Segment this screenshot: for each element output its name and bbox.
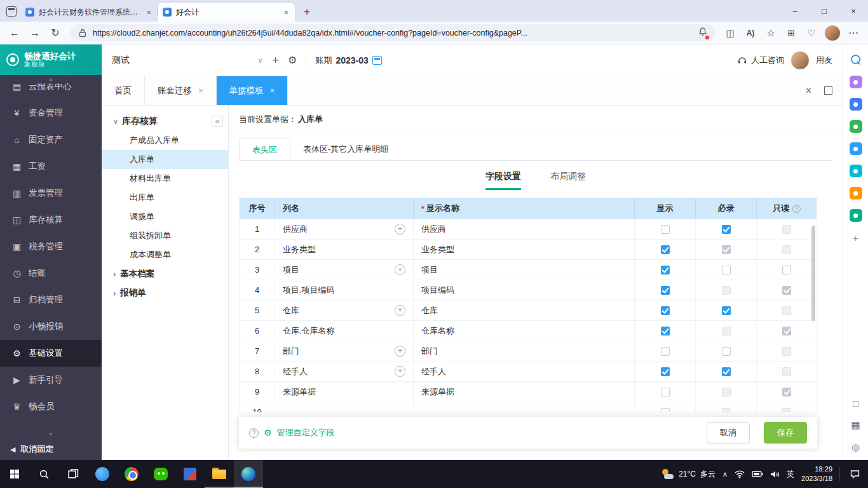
sidebar-item[interactable]: ◫ 库存核算 <box>0 207 102 233</box>
close-window-button[interactable]: × <box>839 0 868 22</box>
page-tab-close-icon[interactable]: × <box>270 86 275 95</box>
show-checkbox[interactable] <box>661 266 670 274</box>
cell-display-name[interactable]: 项目 <box>414 260 635 280</box>
close-all-tabs-icon[interactable]: × <box>806 85 811 97</box>
rail-alert-icon[interactable] <box>850 187 862 200</box>
cell-display-name[interactable]: 仓库 <box>414 301 635 320</box>
sidebar-scroll-down-icon[interactable]: ▼ <box>0 430 102 438</box>
tree-item[interactable]: 成本调整单 <box>102 245 228 264</box>
show-checkbox[interactable] <box>661 245 670 254</box>
minimize-button[interactable]: – <box>780 0 810 22</box>
user-avatar[interactable] <box>790 51 810 70</box>
user-name[interactable]: 用友 <box>816 55 832 66</box>
required-checkbox[interactable] <box>722 388 731 396</box>
page-tab[interactable]: 单据模板 × <box>217 76 288 105</box>
required-checkbox[interactable] <box>722 286 731 295</box>
cell-display-name[interactable]: 部门 <box>414 341 635 361</box>
tree-item[interactable]: 调拨单 <box>102 207 228 226</box>
favorites-star-icon[interactable]: ☆ <box>761 24 780 42</box>
volume-icon[interactable] <box>770 470 780 478</box>
tree-item[interactable]: 出库单 <box>102 188 228 207</box>
cell-display-name[interactable]: 仓库名称 <box>414 321 635 341</box>
required-checkbox[interactable] <box>722 245 731 254</box>
readonly-checkbox[interactable] <box>782 286 791 295</box>
tab-close-icon[interactable]: × <box>145 8 153 17</box>
sidebar-item[interactable]: ▤ 云报表中心 <box>0 83 102 100</box>
tree-expand-caret-icon[interactable]: ∨ <box>113 118 118 126</box>
tree-item[interactable]: 入库单 <box>102 150 228 169</box>
help-icon[interactable]: ? <box>792 205 801 213</box>
fullscreen-icon[interactable] <box>824 86 832 95</box>
period-selector[interactable]: 账期 2023-03 <box>315 55 381 66</box>
sidebar-item[interactable]: ▥ 发票管理 <box>0 180 102 207</box>
url-text[interactable]: https://cloud2.chanjet.com/accounting/uh… <box>93 29 693 37</box>
show-checkbox[interactable] <box>661 408 670 413</box>
cell-display-name[interactable] <box>414 402 635 412</box>
show-checkbox[interactable] <box>661 388 670 396</box>
show-checkbox[interactable] <box>661 367 670 376</box>
input-language-badge[interactable]: 英 <box>787 469 794 480</box>
page-tab[interactable]: 首页 <box>102 76 145 105</box>
required-checkbox[interactable] <box>722 367 731 376</box>
tree-item[interactable]: 产成品入库单 <box>102 131 228 150</box>
browser-tab[interactable]: 好会计云财务软件管理系统_会计 × <box>20 3 158 22</box>
required-checkbox[interactable] <box>722 225 731 234</box>
tab-close-icon[interactable]: × <box>282 8 290 17</box>
rail-add-icon[interactable]: + <box>850 231 862 244</box>
tree-root-label[interactable]: 库存核算 <box>122 116 158 127</box>
show-checkbox[interactable] <box>661 327 670 336</box>
expand-field-button[interactable]: + <box>395 264 405 275</box>
page-tab-close-icon[interactable]: × <box>198 86 203 95</box>
sidebar-item[interactable]: ♛ 畅会员 <box>0 393 102 420</box>
collections-icon[interactable]: ⊞ <box>782 24 801 42</box>
browser-tab[interactable]: 好会计 × <box>158 3 295 22</box>
rail-contacts-icon[interactable] <box>850 142 862 155</box>
expand-field-button[interactable]: + <box>395 305 405 316</box>
tree-node[interactable]: › 报销单 <box>102 283 228 302</box>
sidebar-item[interactable]: ▣ 税务管理 <box>0 233 102 260</box>
required-checkbox[interactable] <box>722 306 731 315</box>
sidebar-item[interactable]: ⊟ 归档管理 <box>0 287 102 313</box>
rail-support-icon[interactable]: ◎ <box>850 441 862 454</box>
required-checkbox[interactable] <box>722 327 731 336</box>
file-explorer-icon[interactable] <box>205 460 234 488</box>
browser-profile-avatar[interactable] <box>825 25 840 41</box>
expand-field-button[interactable]: + <box>395 366 405 377</box>
start-button[interactable] <box>0 460 29 488</box>
tree-node[interactable]: › 基本档案 <box>102 264 228 283</box>
wifi-icon[interactable] <box>735 470 745 478</box>
back-button[interactable]: ← <box>5 24 24 43</box>
account-settings-gear-icon[interactable]: ⚙ <box>288 54 297 66</box>
workspace-menu-icon[interactable] <box>6 6 17 17</box>
readonly-checkbox[interactable] <box>782 327 791 336</box>
edge-icon[interactable] <box>234 460 263 488</box>
readonly-checkbox[interactable] <box>782 347 791 356</box>
taskbar-clock[interactable]: 18:29 2023/3/18 <box>801 464 832 484</box>
expand-field-button[interactable]: + <box>395 346 405 356</box>
site-info-lock-icon[interactable] <box>78 28 88 38</box>
ledger-app-icon[interactable] <box>175 460 205 488</box>
cancel-button[interactable]: 取消 <box>707 422 750 444</box>
action-center-icon[interactable] <box>850 469 860 479</box>
sidebar-item[interactable]: ▶ 新手引导 <box>0 367 102 393</box>
sidebar-item[interactable]: ▦ 工资 <box>0 153 102 180</box>
rail-cloud-icon[interactable] <box>850 98 862 111</box>
unpin-sidebar-button[interactable]: ◀ 取消固定 <box>0 438 102 460</box>
show-checkbox[interactable] <box>661 306 670 315</box>
setting-tab[interactable]: 布局调整 <box>550 171 586 190</box>
rail-search-icon[interactable] <box>850 53 862 66</box>
sidebar-item[interactable]: ¥ 资金管理 <box>0 100 102 126</box>
readonly-checkbox[interactable] <box>782 225 791 234</box>
rail-calendar-icon[interactable] <box>850 120 862 133</box>
footer-help-icon[interactable]: ? <box>249 428 259 438</box>
cell-display-name[interactable]: 供应商 <box>414 219 635 239</box>
pinned-app-icon[interactable] <box>88 460 117 488</box>
tree-item[interactable]: 组装拆卸单 <box>102 226 228 245</box>
hidden-icons-chevron[interactable]: ∧ <box>722 470 728 478</box>
readonly-checkbox[interactable] <box>782 306 791 315</box>
add-account-button[interactable]: + <box>272 53 279 67</box>
readonly-checkbox[interactable] <box>782 408 791 413</box>
required-checkbox[interactable] <box>722 266 731 274</box>
expand-field-button[interactable]: + <box>395 224 405 234</box>
region-tab[interactable]: 表头区 <box>239 139 290 160</box>
